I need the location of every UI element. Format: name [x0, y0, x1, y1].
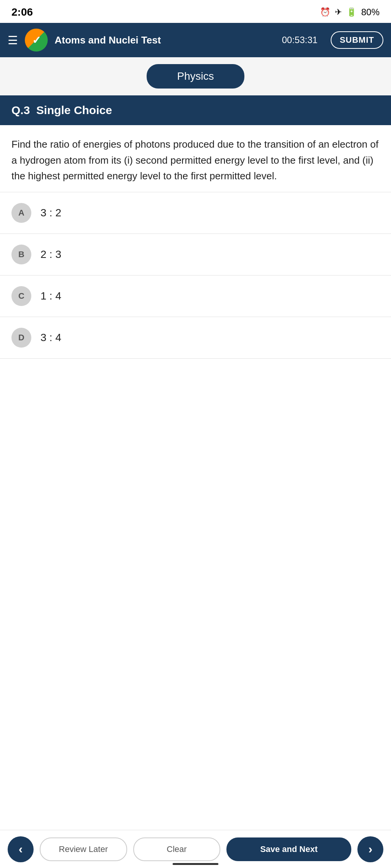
question-content: Find the ratio of energies of photons pr… — [0, 125, 391, 192]
option-c-label: C — [18, 291, 24, 301]
alarm-icon: ⏰ — [320, 7, 330, 17]
question-type: Single Choice — [36, 104, 112, 116]
bottom-navigation: ‹ Review Later Clear Save and Next › — [0, 830, 391, 868]
test-title: Atoms and Nuclei Test — [55, 34, 275, 46]
submit-button[interactable]: SUBMIT — [331, 31, 383, 49]
battery-percentage: 80% — [361, 7, 380, 18]
home-indicator — [173, 863, 218, 865]
option-d[interactable]: D 3 : 4 — [0, 317, 391, 359]
option-a[interactable]: A 3 : 2 — [0, 192, 391, 234]
option-c-circle: C — [11, 286, 31, 306]
airplane-icon: ✈ — [335, 7, 342, 17]
save-next-button[interactable]: Save and Next — [226, 837, 351, 861]
prev-button[interactable]: ‹ — [8, 836, 34, 862]
app-header: ☰ ✓ Atoms and Nuclei Test 00:53:31 SUBMI… — [0, 23, 391, 57]
question-header: Q.3 Single Choice — [0, 95, 391, 125]
clear-button[interactable]: Clear — [133, 837, 221, 861]
prev-arrow-icon: ‹ — [19, 842, 23, 856]
next-arrow-icon: › — [368, 842, 373, 856]
option-b-text: 2 : 3 — [40, 248, 61, 261]
physics-tab[interactable]: Physics — [147, 64, 244, 89]
option-b[interactable]: B 2 : 3 — [0, 234, 391, 275]
option-c-text: 1 : 4 — [40, 290, 61, 302]
question-text: Find the ratio of energies of photons pr… — [11, 137, 380, 184]
page-wrapper: 2:06 ⏰ ✈ 🔋 80% ☰ ✓ Atoms and Nuclei Test… — [0, 0, 391, 868]
option-d-label: D — [18, 333, 24, 343]
option-c[interactable]: C 1 : 4 — [0, 275, 391, 317]
subject-tab-container: Physics — [0, 57, 391, 95]
battery-icon: 🔋 — [346, 7, 357, 17]
options-container: A 3 : 2 B 2 : 3 C 1 : 4 D 3 : 4 — [0, 192, 391, 359]
content-spacer — [0, 359, 391, 830]
status-time: 2:06 — [11, 6, 33, 18]
checkmark-icon: ✓ — [32, 34, 41, 47]
option-d-circle: D — [11, 328, 31, 348]
status-icons: ⏰ ✈ 🔋 80% — [320, 7, 380, 18]
option-d-text: 3 : 4 — [40, 332, 61, 344]
option-b-label: B — [18, 250, 24, 259]
app-logo: ✓ — [25, 29, 48, 52]
next-button[interactable]: › — [357, 836, 383, 862]
option-b-circle: B — [11, 245, 31, 264]
question-number: Q.3 — [11, 104, 30, 116]
review-later-button[interactable]: Review Later — [40, 837, 127, 861]
menu-icon[interactable]: ☰ — [8, 34, 18, 47]
option-a-circle: A — [11, 203, 31, 223]
timer-display: 00:53:31 — [282, 35, 317, 45]
question-label: Q.3 Single Choice — [11, 104, 112, 116]
status-bar: 2:06 ⏰ ✈ 🔋 80% — [0, 0, 391, 23]
option-a-label: A — [18, 208, 24, 218]
option-a-text: 3 : 2 — [40, 207, 61, 219]
